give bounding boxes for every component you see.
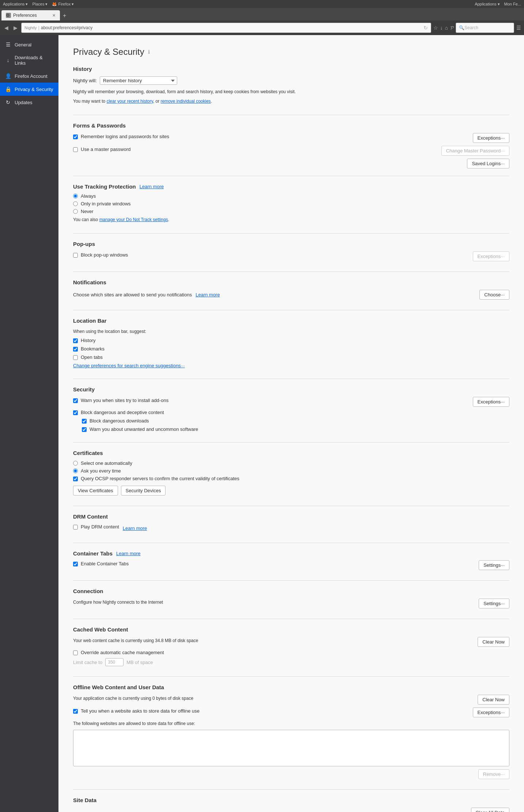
cert-select-auto-label[interactable]: Select one automatically [81, 460, 132, 466]
notifications-section: Notifications Choose which sites are all… [73, 279, 509, 300]
nightly-badge: Nightly [24, 26, 37, 30]
cached-web-section: Cached Web Content Your web content cach… [73, 626, 509, 666]
cert-ask-label[interactable]: Ask you every time [81, 468, 121, 474]
address-bar[interactable]: Nightly | about:preferences#privacy ↻ [21, 23, 431, 33]
remember-logins-label[interactable]: Remember logins and passwords for sites [81, 134, 169, 139]
main-content: Privacy & Security ℹ History Nightly wil… [58, 35, 524, 812]
tracking-always-radio[interactable] [73, 194, 78, 198]
pocket-icon[interactable]: 𝓟 [450, 25, 453, 31]
warn-unwanted-checkbox[interactable] [82, 427, 87, 432]
tell-when-label[interactable]: Tell you when a website asks to store da… [81, 708, 200, 714]
play-drm-checkbox[interactable] [73, 525, 78, 530]
popups-title: Pop-ups [73, 241, 509, 247]
warn-addons-label[interactable]: Warn you when sites try to install add-o… [81, 398, 168, 403]
tab-bar: ⚙ Preferences ✕ + [0, 8, 524, 20]
search-icon: 🔍 [459, 25, 464, 30]
remove-offline-button[interactable]: Remove··· [478, 769, 509, 779]
search-bar[interactable]: 🔍 Search [456, 23, 514, 33]
override-cache-checkbox[interactable] [73, 650, 78, 655]
os-places-menu[interactable]: Places ▾ [32, 2, 48, 7]
block-dangerous-checkbox[interactable] [73, 410, 78, 415]
block-dangerous-label[interactable]: Block dangerous and deceptive content [81, 410, 164, 415]
exceptions-button-logins[interactable]: Exceptions··· [473, 133, 509, 143]
back-button[interactable]: ◀ [3, 24, 10, 31]
tracking-never-radio[interactable] [73, 209, 78, 214]
security-exceptions-button[interactable]: Exceptions··· [473, 397, 509, 407]
query-ocsp-checkbox[interactable] [73, 477, 78, 481]
forward-button[interactable]: ▶ [12, 24, 19, 31]
download-icon[interactable]: ↓ [440, 25, 443, 31]
active-tab[interactable]: ⚙ Preferences ✕ [1, 10, 60, 20]
tell-when-checkbox[interactable] [73, 709, 78, 714]
history-select[interactable]: Remember historyNever remember historyUs… [100, 76, 177, 85]
remember-logins-checkbox[interactable] [73, 134, 78, 139]
offline-exceptions-button[interactable]: Exceptions··· [473, 707, 509, 717]
location-bookmarks-checkbox[interactable] [73, 347, 78, 352]
connection-row: Configure how Nightly connects to the In… [73, 599, 509, 608]
sidebar-item-downloads[interactable]: ↓ Downloads & Links [0, 51, 58, 69]
location-open-tabs-checkbox[interactable] [73, 355, 78, 360]
notifications-desc-row: Choose which sites are allowed to send y… [73, 292, 220, 297]
tab-close-button[interactable]: ✕ [52, 13, 56, 18]
home-icon[interactable]: ⌂ [445, 25, 448, 31]
remember-logins-row: Remember logins and passwords for sites … [73, 133, 509, 143]
block-downloads-label[interactable]: Block dangerous downloads [90, 418, 149, 424]
menu-icon[interactable]: ☰ [516, 25, 521, 31]
container-tabs-settings-button[interactable]: Settings··· [479, 560, 509, 570]
sidebar-item-updates[interactable]: ↻ Updates [0, 96, 58, 109]
help-icon[interactable]: ℹ [148, 49, 150, 55]
container-tabs-row: Enable Container Tabs Settings··· [73, 560, 509, 570]
os-app-menu[interactable]: Applications ▾ [3, 2, 28, 7]
sidebar-item-firefox-account[interactable]: 👤 Firefox Account [0, 69, 58, 83]
clear-recent-history-link[interactable]: clear your recent history [107, 99, 153, 104]
query-ocsp-label[interactable]: Query OCSP responder servers to confirm … [81, 476, 239, 481]
tracking-private-radio[interactable] [73, 201, 78, 206]
search-engine-prefs-link[interactable]: Change preferences for search engine sug… [73, 363, 185, 368]
cert-ask-radio[interactable] [73, 468, 78, 473]
enable-container-label[interactable]: Enable Container Tabs [81, 561, 129, 566]
tell-when-checkbox-row: Tell you when a website asks to store da… [73, 708, 200, 714]
new-tab-button[interactable]: + [60, 11, 69, 20]
offline-web-clear-now-button[interactable]: Clear Now [478, 695, 509, 705]
divider-4 [73, 272, 509, 272]
enable-container-checkbox[interactable] [73, 562, 78, 566]
limit-cache-label: Limit cache to [73, 660, 102, 665]
notifications-learn-more-link[interactable]: Learn more [195, 292, 220, 297]
os-firefox-menu[interactable]: 🦊 Firefox ▾ [52, 2, 74, 7]
reload-button[interactable]: ↻ [424, 25, 428, 31]
sidebar-item-general[interactable]: ☰ General [0, 38, 58, 51]
override-cache-label[interactable]: Override automatic cache management [81, 650, 164, 655]
block-popups-label[interactable]: Block pop-up windows [81, 252, 128, 258]
sidebar-item-privacy[interactable]: 🔒 Privacy & Security [0, 83, 58, 96]
nightly-will-label: Nightly will: [73, 78, 97, 83]
warn-addons-checkbox[interactable] [73, 398, 78, 403]
warn-unwanted-row: Warn you about unwanted and uncommon sof… [82, 426, 509, 432]
warn-unwanted-label[interactable]: Warn you about unwanted and uncommon sof… [90, 426, 198, 432]
drm-learn-more-link[interactable]: Learn more [123, 525, 147, 531]
container-tabs-learn-more-link[interactable]: Learn more [116, 551, 140, 556]
tracking-learn-more-link[interactable]: Learn more [140, 184, 164, 189]
saved-logins-button[interactable]: Saved Logins··· [467, 159, 509, 168]
popups-section: Pop-ups Block pop-up windows Exceptions·… [73, 241, 509, 261]
play-drm-checkbox-row: Play DRM content [73, 524, 119, 530]
cached-web-clear-now-button[interactable]: Clear Now [478, 637, 509, 647]
block-downloads-checkbox[interactable] [82, 419, 87, 424]
popups-exceptions-button[interactable]: Exceptions··· [473, 251, 509, 261]
master-password-label[interactable]: Use a master password [81, 147, 131, 152]
remove-cookies-link[interactable]: remove individual cookies [160, 99, 210, 104]
block-downloads-row: Block dangerous downloads [82, 418, 509, 424]
change-master-password-button[interactable]: Change Master Password··· [441, 146, 509, 156]
manage-dnt-link[interactable]: manage your Do Not Track settings [99, 217, 168, 222]
block-popups-checkbox[interactable] [73, 253, 78, 258]
limit-cache-input[interactable] [105, 658, 124, 666]
view-certificates-button[interactable]: View Certificates [73, 486, 118, 496]
cert-select-auto-radio[interactable] [73, 461, 78, 466]
master-password-checkbox[interactable] [73, 147, 78, 152]
security-devices-button[interactable]: Security Devices [121, 486, 166, 496]
location-history-checkbox[interactable] [73, 338, 78, 343]
notifications-choose-button[interactable]: Choose··· [479, 290, 509, 300]
play-drm-label[interactable]: Play DRM content [81, 524, 119, 530]
clear-all-data-button[interactable]: Clear All Data [471, 808, 509, 812]
bookmark-icon[interactable]: ☆ [433, 25, 438, 31]
connection-settings-button[interactable]: Settings··· [479, 599, 509, 608]
